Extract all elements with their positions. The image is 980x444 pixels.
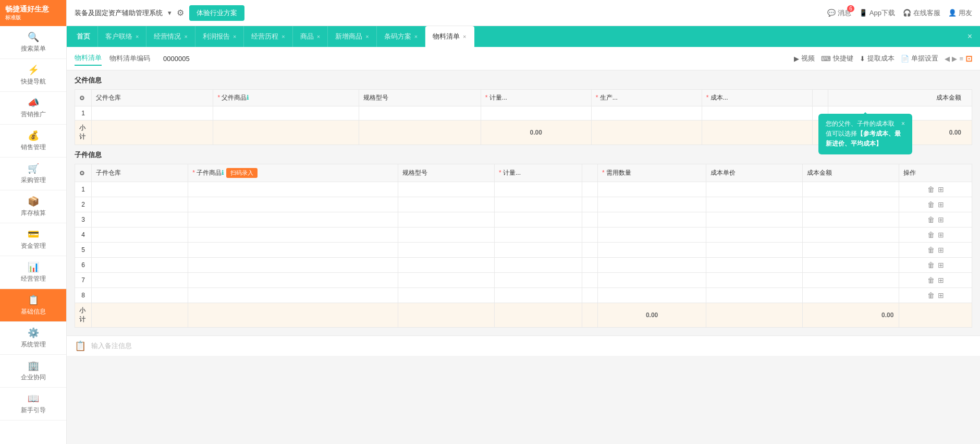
sidebar-item-operations[interactable]: 📊 经营管理 (0, 256, 66, 289)
sidebar-item-marketing[interactable]: 📣 营销推广 (0, 92, 66, 125)
child-cell-unit[interactable] (494, 212, 582, 227)
child-cell-unit-cost[interactable] (706, 258, 803, 273)
delete-icon[interactable]: 🗑 (927, 215, 935, 224)
sub-tab-code[interactable]: 物料清单编码 (109, 52, 150, 65)
child-cell-unit[interactable] (494, 227, 582, 243)
child-cell-qty[interactable] (598, 288, 706, 303)
parent-cell-produce[interactable] (591, 106, 702, 121)
sidebar-item-enterprise[interactable]: 🏢 企业协同 (0, 355, 66, 388)
child-cell-warehouse[interactable] (92, 243, 188, 258)
expand-icon[interactable]: ⊡ (965, 54, 972, 64)
sidebar-item-basic[interactable]: 📋 基础信息 (0, 289, 66, 322)
copy-icon[interactable]: ⊞ (938, 185, 944, 194)
tab-newgoods[interactable]: 新增商品 × (328, 26, 376, 47)
tab-profit[interactable]: 利润报告 × (195, 26, 244, 47)
child-cell-unit[interactable] (494, 243, 582, 258)
child-cell-product[interactable] (188, 273, 398, 288)
child-cell-warehouse[interactable] (92, 197, 188, 212)
tab-barcode[interactable]: 条码方案 × (377, 26, 425, 47)
child-cell-unit[interactable] (494, 273, 582, 288)
tab-goods-close[interactable]: × (317, 33, 320, 40)
child-cell-qty[interactable] (598, 258, 706, 273)
parent-cell-spec[interactable] (359, 106, 481, 121)
sidebar-item-sales[interactable]: 💰 销售管理 (0, 125, 66, 158)
child-cell-product[interactable] (188, 182, 398, 197)
tab-goods[interactable]: 商品 × (293, 26, 328, 47)
prev-page[interactable]: ◀ (945, 55, 950, 63)
parent-cell-unit[interactable] (481, 106, 591, 121)
app-download-button[interactable]: 📱 App下载 (859, 8, 895, 18)
scan-button[interactable]: 扫码录入 (226, 168, 258, 178)
child-cell-spec[interactable] (398, 182, 494, 197)
child-cell-unit-cost[interactable] (706, 273, 803, 288)
child-cell-qty[interactable] (598, 182, 706, 197)
tab-operations-close[interactable]: × (184, 33, 187, 40)
user-button[interactable]: 👤 用友 (948, 8, 972, 18)
delete-icon[interactable]: 🗑 (927, 261, 935, 269)
parent-cell-product[interactable] (213, 106, 359, 121)
tab-profit-close[interactable]: × (233, 33, 236, 40)
sidebar-item-purchase[interactable]: 🛒 采购管理 (0, 158, 66, 190)
delete-icon[interactable]: 🗑 (927, 185, 935, 194)
child-cell-spec[interactable] (398, 273, 494, 288)
sub-tab-bom[interactable]: 物料清单 (75, 51, 102, 66)
child-cell-unit-cost[interactable] (706, 212, 803, 227)
experience-button[interactable]: 体验行业方案 (189, 5, 244, 21)
child-cell-unit[interactable] (494, 197, 582, 212)
cost-tool[interactable]: ⬇ 提取成本 (860, 54, 895, 63)
child-cell-spec[interactable] (398, 288, 494, 303)
child-cell-unit-cost[interactable] (706, 243, 803, 258)
child-cell-warehouse[interactable] (92, 227, 188, 243)
sidebar-item-system[interactable]: ⚙️ 系统管理 (0, 322, 66, 355)
child-cell-qty[interactable] (598, 197, 706, 212)
child-cell-warehouse[interactable] (92, 273, 188, 288)
tab-bom[interactable]: 物料清单 × (425, 26, 474, 47)
child-cell-warehouse[interactable] (92, 212, 188, 227)
child-cell-unit-cost[interactable] (706, 227, 803, 243)
child-cell-qty[interactable] (598, 243, 706, 258)
system-dropdown-arrow[interactable]: ▾ (168, 9, 172, 17)
sidebar-item-finance[interactable]: 💳 资金管理 (0, 223, 66, 256)
copy-icon[interactable]: ⊞ (938, 200, 944, 209)
copy-icon[interactable]: ⊞ (938, 276, 944, 284)
child-cell-product[interactable] (188, 197, 398, 212)
tab-home[interactable]: 首页 (69, 26, 98, 47)
child-cell-qty[interactable] (598, 212, 706, 227)
child-cell-unit-cost[interactable] (706, 182, 803, 197)
delete-icon[interactable]: 🗑 (927, 231, 935, 239)
tab-barcode-close[interactable]: × (414, 33, 418, 40)
child-cell-warehouse[interactable] (92, 258, 188, 273)
parent-cell-cost[interactable] (702, 106, 812, 121)
view-list[interactable]: ≡ (959, 55, 963, 63)
tab-customers-close[interactable]: × (136, 33, 139, 40)
tab-history[interactable]: 经营历程 × (244, 26, 292, 47)
child-cell-product[interactable] (188, 288, 398, 303)
child-cell-product[interactable] (188, 212, 398, 227)
child-cell-spec[interactable] (398, 197, 494, 212)
delete-icon[interactable]: 🗑 (927, 200, 935, 209)
copy-icon[interactable]: ⊞ (938, 215, 944, 224)
notification-button[interactable]: 💬 6 消息 (827, 8, 851, 18)
copy-icon[interactable]: ⊞ (938, 261, 944, 269)
child-cell-qty[interactable] (598, 273, 706, 288)
sidebar-item-guide[interactable]: 📖 新手引导 (0, 388, 66, 421)
delete-icon[interactable]: 🗑 (927, 291, 935, 299)
parent-cell-warehouse[interactable] (92, 106, 213, 121)
child-cell-unit-cost[interactable] (706, 288, 803, 303)
tab-operations[interactable]: 经营情况 × (146, 26, 195, 47)
child-cell-unit[interactable] (494, 182, 582, 197)
child-cell-warehouse[interactable] (92, 182, 188, 197)
delete-icon[interactable]: 🗑 (927, 246, 935, 254)
settings-tool[interactable]: 📄 单据设置 (901, 54, 938, 63)
child-cell-spec[interactable] (398, 212, 494, 227)
sidebar-item-search[interactable]: 🔍 搜索菜单 (0, 26, 66, 59)
child-cell-warehouse[interactable] (92, 288, 188, 303)
child-cell-unit[interactable] (494, 288, 582, 303)
child-cell-spec[interactable] (398, 243, 494, 258)
child-cell-qty[interactable] (598, 227, 706, 243)
tab-history-close[interactable]: × (281, 33, 285, 40)
copy-icon[interactable]: ⊞ (938, 231, 944, 239)
child-cell-product[interactable] (188, 227, 398, 243)
tab-bom-close[interactable]: × (463, 33, 466, 40)
settings-icon[interactable]: ⚙ (177, 8, 184, 18)
